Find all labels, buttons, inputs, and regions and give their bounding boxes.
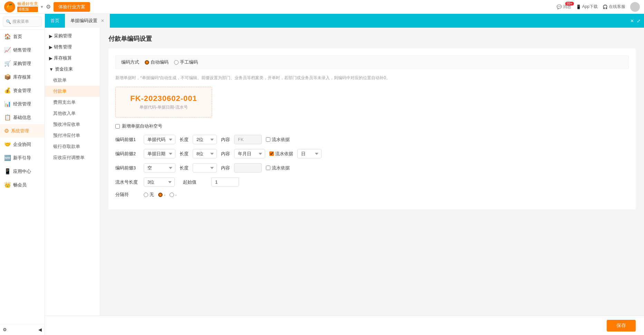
save-button[interactable]: 保存	[607, 320, 636, 332]
tab-close-icon[interactable]: ✕	[101, 18, 104, 23]
sub-sidebar-leaf-expense[interactable]: 费用支出单	[45, 97, 100, 108]
prefix1-select[interactable]: 单据代码 部门 业务员 空	[144, 135, 175, 144]
chevron-down-icon[interactable]: ▾	[41, 4, 43, 9]
prefix3-serial-checkbox[interactable]: 流水依据	[266, 165, 290, 171]
prefix2-select[interactable]: 单据日期 部门 业务员 空	[144, 149, 175, 158]
inventory-icon: 📦	[4, 74, 11, 80]
online-service-button[interactable]: 🎧 在线客服	[603, 4, 625, 10]
sub-sidebar-group-purchase: ▶ 采购管理	[45, 30, 100, 41]
sidebar-item-home[interactable]: 🏠 首页	[0, 30, 45, 43]
serial-length-select[interactable]: 3位 4位 5位	[144, 177, 175, 187]
sidebar-item-purchase[interactable]: 🛒 采购管理	[0, 57, 45, 70]
sub-sidebar-leaf-payment[interactable]: 付款单	[45, 86, 100, 97]
sub-sidebar-leaf-pre-payment[interactable]: 预付冲应付单	[45, 130, 100, 141]
manual-encode-option[interactable]: 手工编码	[174, 59, 198, 65]
basic-info-icon: 📋	[4, 114, 11, 121]
industry-button[interactable]: 体验行业方案	[54, 2, 90, 12]
sub-sidebar-arrow-purchase: ▶	[49, 34, 52, 39]
search-menu-button[interactable]: 🔍 搜索菜单	[3, 17, 42, 27]
sub-sidebar-leaf-pre-receipt[interactable]: 预收冲应收单	[45, 119, 100, 130]
sidebar-settings-icon[interactable]: ⚙	[3, 327, 7, 332]
sub-sidebar-header-funds[interactable]: ▼ 资金往来	[45, 64, 100, 75]
sidebar-bottom: ⚙ ◀	[0, 324, 45, 335]
prefix3-content-input	[234, 163, 262, 173]
tab-bar-right: ✕ ⤢	[630, 18, 644, 24]
start-value-input[interactable]	[211, 177, 239, 187]
auto-fill-row: 新增单据自动补空号	[115, 123, 629, 129]
prefix2-content-select[interactable]: 年月日 年月 年 月日	[234, 149, 265, 158]
encode-method-row: 编码方式 自动编码 手工编码	[115, 55, 629, 69]
preview-code: FK-20230602-001	[124, 94, 203, 103]
auto-encode-option[interactable]: 自动编码	[145, 59, 169, 65]
prefix3-serial-check[interactable]	[266, 166, 270, 170]
sub-sidebar-header-purchase[interactable]: ▶ 采购管理	[45, 30, 100, 41]
prefix2-serial-unit-select[interactable]: 日 月 年	[297, 149, 321, 158]
sub-sidebar-leaf-other-income[interactable]: 其他收入单	[45, 108, 100, 119]
tab-home[interactable]: 首页	[45, 14, 65, 28]
prefix1-content-input	[234, 135, 262, 144]
sep-hyphen-option[interactable]: ·	[170, 192, 177, 197]
sub-sidebar-group-funds: ▼ 资金往来 收款单 付款单 费用支出单 其他收入单	[45, 64, 100, 163]
sep-none-radio[interactable]	[144, 193, 148, 197]
manual-encode-radio[interactable]	[174, 60, 179, 65]
settings-icon[interactable]: ⚙	[46, 3, 51, 10]
sub-sidebar-arrow-sales: ▶	[49, 45, 52, 50]
prefix1-serial-checkbox[interactable]: 流水依据	[266, 137, 290, 143]
operations-icon: 📊	[4, 101, 11, 107]
sub-sidebar-header-sales[interactable]: ▶ 销售管理	[45, 41, 100, 53]
prefix2-length-select[interactable]: 8位 4位 6位	[193, 149, 217, 158]
logo: 🍊 畅通好生意 搭配版	[4, 1, 38, 12]
message-button[interactable]: 💬 消息 99+	[557, 4, 571, 10]
sidebar-item-basic-info[interactable]: 📋 基础信息	[0, 111, 45, 124]
app-download-button[interactable]: 📱 App下载	[576, 4, 598, 10]
tab-expand-icon[interactable]: ⤢	[637, 18, 641, 24]
sep-hyphen-radio[interactable]	[170, 193, 174, 197]
sep-none-option[interactable]: 无	[144, 192, 154, 198]
tab-close-all-icon[interactable]: ✕	[630, 18, 634, 24]
prefix1-serial-check[interactable]	[266, 137, 270, 142]
prefix2-serial-check[interactable]	[269, 151, 274, 156]
sidebar-item-finance[interactable]: 💰 资金管理	[0, 84, 45, 97]
sidebar: 🔍 搜索菜单 🏠 首页 📈 销售管理 🛒 采购管理 📦 库存核算 💰 资金管理 …	[0, 14, 45, 335]
prefix3-select[interactable]: 空 单据代码 部门 业务员	[144, 163, 175, 173]
sub-sidebar-leaf-receipt[interactable]: 收款单	[45, 75, 100, 86]
prefix1-length-select[interactable]: 2位 3位 4位	[193, 135, 217, 144]
sidebar-search: 🔍 搜索菜单	[0, 14, 45, 30]
sidebar-item-member[interactable]: 👑 畅会员	[0, 178, 45, 192]
page-title: 付款单编码设置	[108, 35, 636, 43]
sep-dot-option[interactable]: ·	[158, 192, 165, 197]
preview-desc: 单据代码-单据日期-流水号	[124, 104, 203, 110]
sub-sidebar-header-inventory[interactable]: ▶ 库存核算	[45, 53, 100, 64]
main-layout: 🔍 搜索菜单 🏠 首页 📈 销售管理 🛒 采购管理 📦 库存核算 💰 资金管理 …	[0, 14, 644, 335]
sep-dot-radio[interactable]	[158, 193, 163, 197]
auto-fill-checkbox[interactable]	[115, 124, 120, 129]
app-icon: 📱	[576, 4, 581, 9]
sub-sidebar-group-sales: ▶ 销售管理	[45, 41, 100, 53]
logo-icon: 🍊	[4, 1, 15, 12]
sub-sidebar-leaf-adjustment[interactable]: 应收应付调整单	[45, 152, 100, 163]
form-row-prefix2: 编码前缀2 单据日期 部门 业务员 空 长度 8位 4位 6位	[115, 149, 629, 158]
sub-sidebar-arrow-inventory: ▶	[49, 56, 52, 61]
member-icon: 👑	[4, 182, 11, 188]
sidebar-item-apps[interactable]: 📱 应用中心	[0, 165, 45, 178]
tab-encode-settings[interactable]: 单据编码设置 ✕	[65, 14, 110, 28]
content-area: 首页 单据编码设置 ✕ ✕ ⤢ ▶ 采购管理	[45, 14, 644, 335]
sidebar-item-system[interactable]: ⚙ 系统管理	[0, 124, 45, 138]
purchase-icon: 🛒	[4, 60, 11, 67]
prefix2-serial-checkbox[interactable]: 流水依据	[269, 151, 293, 157]
avatar[interactable]	[630, 2, 640, 12]
separator-row: 分隔符 无 · ·	[115, 192, 629, 198]
prefix3-length-select[interactable]	[193, 163, 217, 173]
sidebar-item-inventory[interactable]: 📦 库存核算	[0, 70, 45, 84]
sidebar-item-enterprise[interactable]: 🤝 企业协同	[0, 138, 45, 151]
form-row-prefix1: 编码前缀1 单据代码 部门 业务员 空 长度 2位 3位 4位	[115, 135, 629, 144]
sidebar-item-sales[interactable]: 📈 销售管理	[0, 43, 45, 57]
sidebar-item-newbie[interactable]: 🆕 新手引导	[0, 151, 45, 165]
sub-sidebar-leaf-bank[interactable]: 银行存取款单	[45, 141, 100, 152]
auto-encode-radio[interactable]	[145, 60, 149, 65]
sidebar-collapse-icon[interactable]: ◀	[38, 327, 42, 332]
logo-text: 畅通好生意 搭配版	[17, 1, 38, 12]
finance-icon: 💰	[4, 87, 11, 94]
sidebar-item-operations[interactable]: 📊 经营管理	[0, 97, 45, 111]
preview-box: FK-20230602-001 单据代码-单据日期-流水号	[115, 87, 212, 118]
